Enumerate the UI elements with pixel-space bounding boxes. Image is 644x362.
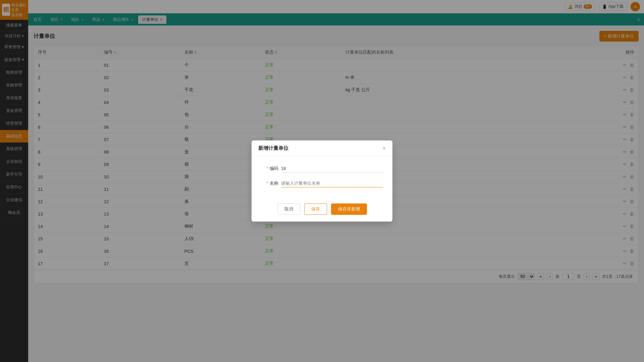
modal-footer: 取消 保存 保存并新增	[252, 199, 392, 222]
save-and-new-button[interactable]: 保存并新增	[331, 203, 367, 215]
code-label: 编码	[261, 166, 281, 172]
save-button[interactable]: 保存	[304, 203, 327, 215]
modal-body: 编码 名称	[252, 157, 392, 199]
form-row-code: 编码	[261, 165, 383, 173]
name-input[interactable]	[281, 179, 383, 187]
cancel-button[interactable]: 取消	[277, 203, 300, 215]
modal-overlay[interactable]: 新增计量单位 × 编码 名称 取消 保存 保存并新增	[0, 0, 644, 362]
modal-close-btn[interactable]: ×	[383, 145, 386, 152]
modal-title: 新增计量单位	[258, 145, 288, 152]
name-label: 名称	[261, 180, 281, 186]
code-input[interactable]	[281, 165, 383, 173]
form-row-name: 名称	[261, 179, 383, 187]
modal-header: 新增计量单位 ×	[252, 140, 392, 157]
modal: 新增计量单位 × 编码 名称 取消 保存 保存并新增	[252, 140, 392, 222]
